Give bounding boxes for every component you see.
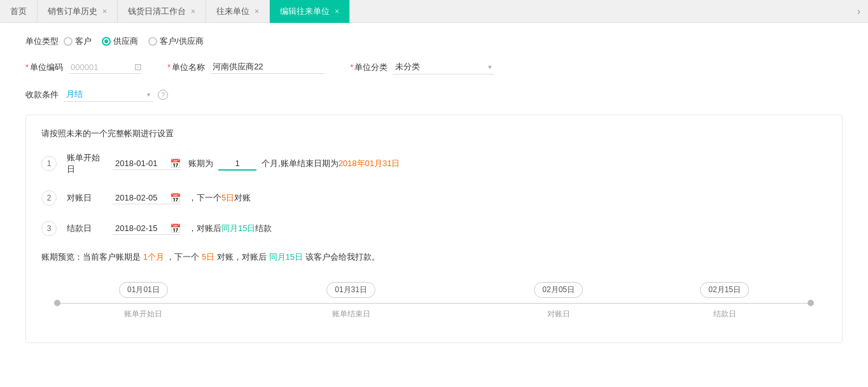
preview-day: 5日 <box>202 252 214 262</box>
row-label-3: 结款日 <box>67 223 102 234</box>
date-input-1: 📅 <box>113 157 181 170</box>
tab-sales-history-label: 销售订单历史 <box>48 6 97 17</box>
date-field-1[interactable] <box>113 157 170 169</box>
payment-terms-chevron: ▾ <box>147 91 150 98</box>
payment-terms-row: 收款条件 月结 ▾ ? <box>25 87 843 102</box>
row-num-2: 2 <box>41 190 57 206</box>
preview-mid: ，下一个 <box>166 252 199 262</box>
tl-node3-pill: 02月05日 <box>534 282 583 298</box>
calendar-icon-3[interactable]: 📅 <box>170 223 181 234</box>
preview-prefix: 账期预览：当前客户账期是 <box>41 252 141 262</box>
tl-node1-pill: 01月01日 <box>119 282 168 298</box>
copy-icon[interactable]: ⊡ <box>134 62 142 72</box>
payment-terms-select[interactable]: 月结 ▾ <box>64 87 153 102</box>
period-end-date: 2018年01月31日 <box>339 158 400 169</box>
radio-supplier[interactable]: 供应商 <box>102 36 138 47</box>
unit-code-label: 单位编码 <box>30 62 63 73</box>
date-field-2[interactable] <box>113 192 170 204</box>
row3-day: 同月15日 <box>221 223 255 234</box>
tl-node1-label: 账单开始日 <box>124 309 162 320</box>
tl-dot-end <box>808 300 814 306</box>
tab-edit-partner-label: 编辑往来单位 <box>280 6 330 17</box>
detail-row-2: 2 对账日 📅 ，下一个 5日 对账 <box>41 190 827 206</box>
help-icon[interactable]: ? <box>158 90 168 100</box>
radio-supplier-label: 供应商 <box>113 36 138 47</box>
radio-both-label: 客户/供应商 <box>160 36 204 47</box>
period-input[interactable] <box>218 157 256 169</box>
detail-row-1: 1 账单开始日 📅 账期为 个月,账单结束日期为 2018年01月31日 <box>41 152 827 175</box>
tab-home-label: 首页 <box>10 6 27 17</box>
preview-mid2: 对账，对账后 <box>217 252 267 262</box>
unit-code-input-wrap: ⊡ <box>68 61 142 74</box>
unit-name-required: * <box>167 62 171 72</box>
calendar-icon-1[interactable]: 📅 <box>170 158 181 169</box>
unit-code-group: * 单位编码 ⊡ <box>25 61 142 74</box>
tab-partner[interactable]: 往来单位 × <box>206 0 270 23</box>
radio-supplier-circle <box>102 37 111 46</box>
unit-category-label: 单位分类 <box>354 62 388 73</box>
row-label-2: 对账日 <box>67 192 102 204</box>
tab-edit-partner-close[interactable]: × <box>335 7 339 16</box>
content-area: 单位类型 客户 供应商 客户/供应商 * 单位编码 ⊡ <box>0 23 868 387</box>
row3-suffix: 结款 <box>255 223 272 234</box>
tab-bar: 首页 销售订单历史 × 钱货日清工作台 × 往来单位 × 编辑往来单位 × › <box>0 0 868 23</box>
tab-partner-label: 往来单位 <box>216 6 249 17</box>
tl-node2-pill: 01月31日 <box>326 282 375 298</box>
tl-seg2: 01月31日 账单结束日 <box>227 282 475 320</box>
tl-node2-label: 账单结束日 <box>332 309 370 320</box>
unit-category-group: * 单位分类 未分类 ▾ <box>350 60 494 74</box>
tl-node4-label: 结款日 <box>713 309 736 320</box>
period-prefix: 账期为 <box>188 158 213 169</box>
detail-row-3: 3 结款日 📅 ，对账后 同月15日 结款 <box>41 221 827 236</box>
preview-day2: 同月15日 <box>269 252 303 262</box>
unit-info-row: * 单位编码 ⊡ * 单位名称 * 单位分类 未分类 ▾ <box>25 60 843 74</box>
tab-cash-work-label: 钱货日清工作台 <box>128 6 186 17</box>
tab-sales-history-close[interactable]: × <box>102 7 107 16</box>
tl-end <box>808 282 814 316</box>
tab-cash-work-close[interactable]: × <box>191 7 195 16</box>
unit-name-group: * 单位名称 <box>167 61 325 74</box>
radio-customer-circle <box>64 37 73 46</box>
period-suffix: 个月,账单结束日期为 <box>262 158 339 169</box>
period-input-wrap <box>218 157 256 171</box>
timeline-container: 01月01日 账单开始日 01月31日 账单结束日 02月05日 对账日 02月… <box>41 276 827 330</box>
tab-partner-close[interactable]: × <box>255 7 259 16</box>
radio-customer-label: 客户 <box>75 36 92 47</box>
payment-terms-value: 月结 <box>66 88 144 100</box>
unit-type-radio-group: 客户 供应商 客户/供应商 <box>64 36 204 47</box>
calendar-icon-2[interactable]: 📅 <box>170 193 181 203</box>
row-label-1: 账单开始日 <box>67 152 102 175</box>
unit-category-select[interactable]: 未分类 ▾ <box>393 60 494 74</box>
unit-code-input[interactable] <box>68 61 132 73</box>
unit-category-chevron: ▾ <box>488 63 492 71</box>
unit-name-label: 单位名称 <box>172 62 205 73</box>
tl-node4-pill: 02月15日 <box>700 282 749 298</box>
unit-name-input[interactable] <box>210 61 325 74</box>
unit-type-row: 单位类型 客户 供应商 客户/供应商 <box>25 36 843 47</box>
preview-row: 账期预览：当前客户账期是 1个月 ，下一个 5日 对账，对账后 同月15日 该客… <box>41 251 827 263</box>
preview-period: 1个月 <box>143 252 164 262</box>
date-field-3[interactable] <box>113 222 170 234</box>
section-instruction: 请按照未来的一个完整帐期进行设置 <box>41 128 827 139</box>
row-num-1: 1 <box>41 156 57 171</box>
tl-start <box>54 282 60 316</box>
tl-seg3: 02月05日 对账日 <box>475 282 641 320</box>
tab-cash-work[interactable]: 钱货日清工作台 × <box>118 0 206 23</box>
radio-both-circle <box>148 37 157 46</box>
date-input-2: 📅 <box>113 192 181 204</box>
tab-edit-partner[interactable]: 编辑往来单位 × <box>270 0 350 23</box>
radio-both[interactable]: 客户/供应商 <box>148 36 204 47</box>
tab-home[interactable]: 首页 <box>0 0 38 23</box>
tab-sales-history[interactable]: 销售订单历史 × <box>38 0 118 23</box>
radio-customer[interactable]: 客户 <box>64 36 92 47</box>
tab-expand-icon[interactable]: › <box>850 6 868 17</box>
date-input-3: 📅 <box>113 222 181 235</box>
unit-category-value: 未分类 <box>395 61 486 73</box>
row2-day: 5日 <box>221 192 234 204</box>
tl-dot-start <box>54 300 60 306</box>
period-section: 请按照未来的一个完整帐期进行设置 1 账单开始日 📅 账期为 个月,账单结束日期… <box>25 115 843 343</box>
payment-terms-label: 收款条件 <box>25 89 59 101</box>
unit-category-required: * <box>350 62 353 72</box>
row2-suffix: 对账 <box>234 192 251 204</box>
tl-node3-label: 对账日 <box>547 309 570 320</box>
